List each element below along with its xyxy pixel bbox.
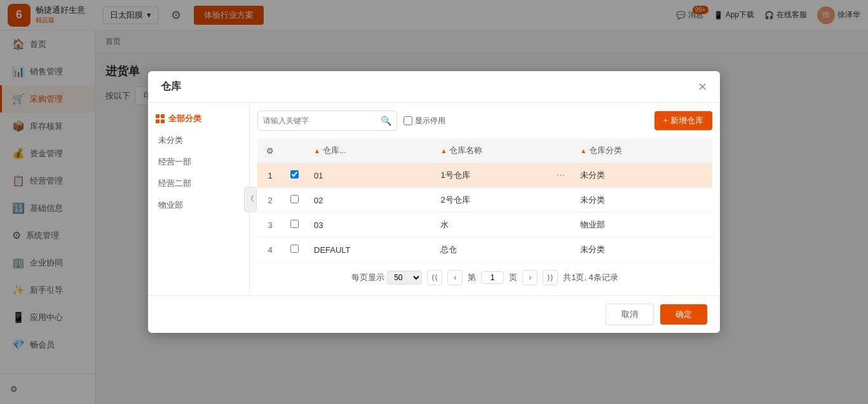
row-category: 未分类	[573, 188, 712, 213]
table-row[interactable]: 2 02 2号仓库 未分类	[257, 188, 712, 213]
search-icon: 🔍	[381, 116, 391, 126]
row-checkbox[interactable]	[283, 188, 306, 213]
sort-icon: ▲	[314, 147, 320, 154]
add-warehouse-button[interactable]: + 新增仓库	[654, 111, 712, 130]
row-name: 1号仓库···	[433, 163, 573, 188]
category-item-property[interactable]: 物业部	[148, 194, 249, 216]
row-name: 2号仓库	[433, 188, 573, 213]
modal-close-button[interactable]: ✕	[698, 81, 707, 93]
show-disabled-label[interactable]: 显示停用	[403, 116, 445, 126]
category-item-unclassified[interactable]: 未分类	[148, 130, 249, 151]
modal-footer: 取消 确定	[148, 295, 720, 333]
confirm-button[interactable]: 确定	[660, 304, 707, 325]
page-first-button[interactable]: ⟨⟨	[427, 270, 442, 285]
modal-header: 仓库 ✕	[148, 71, 720, 103]
modal-overlay: 仓库 ✕ 全部分类 未分类 经	[0, 0, 868, 404]
row-no: DEFAULT	[306, 238, 433, 262]
category-all-header[interactable]: 全部分类	[148, 108, 249, 130]
col-category[interactable]: ▲ 仓库分类	[573, 138, 712, 163]
row-category: 未分类	[573, 238, 712, 262]
row-checkbox[interactable]	[283, 213, 306, 238]
category-item-op1[interactable]: 经营一部	[148, 151, 249, 173]
pagination: 每页显示 102050100 ⟨⟨ ‹ 第 页 › ⟩⟩ 共1页, 4条记录	[257, 262, 712, 288]
col-gear[interactable]: ⚙	[257, 138, 283, 163]
modal-table: ⚙ ▲ 仓库... ▲	[257, 138, 712, 262]
modal-body: 全部分类 未分类 经营一部 经营二部 物业部 《	[148, 103, 720, 295]
row-checkbox[interactable]	[283, 238, 306, 262]
per-page-label: 每页显示	[351, 272, 384, 283]
row-no: 03	[306, 213, 433, 238]
col-name[interactable]: ▲ 仓库名称	[433, 138, 573, 163]
page-last-button[interactable]: ⟩⟩	[543, 270, 558, 285]
modal-sidebar: 全部分类 未分类 经营一部 经营二部 物业部 《	[148, 103, 250, 295]
row-num: 4	[257, 238, 283, 262]
row-name: 水	[433, 213, 573, 238]
show-disabled-checkbox[interactable]	[403, 116, 412, 125]
search-box[interactable]: 🔍	[257, 111, 397, 131]
table-body: 1 01 1号仓库··· 未分类 2 02 2号仓库 未分类 3 03 水 物业…	[257, 163, 712, 262]
page-label: 第	[468, 272, 476, 283]
table-row[interactable]: 1 01 1号仓库··· 未分类	[257, 163, 712, 188]
modal-title: 仓库	[161, 80, 181, 93]
table-row[interactable]: 4 DEFAULT 总仓 未分类	[257, 238, 712, 262]
row-num: 3	[257, 213, 283, 238]
col-checkbox	[283, 138, 306, 163]
modal-toolbar: 🔍 显示停用 + 新增仓库	[257, 111, 712, 131]
row-name: 总仓	[433, 238, 573, 262]
total-label: 共1页, 4条记录	[563, 272, 618, 283]
page-unit: 页	[509, 272, 517, 283]
row-no: 02	[306, 188, 433, 213]
page-prev-button[interactable]: ‹	[447, 270, 463, 285]
ellipsis-button[interactable]: ···	[557, 170, 565, 181]
col-no[interactable]: ▲ 仓库...	[306, 138, 433, 163]
table-header-row: ⚙ ▲ 仓库... ▲	[257, 138, 712, 163]
page-size-selector: 每页显示 102050100	[351, 271, 422, 285]
row-num: 2	[257, 188, 283, 213]
modal-main: 🔍 显示停用 + 新增仓库 ⚙	[250, 103, 720, 295]
warehouse-modal: 仓库 ✕ 全部分类 未分类 经	[148, 71, 720, 333]
category-all-label: 全部分类	[168, 113, 201, 125]
sort-icon-cat: ▲	[580, 147, 587, 154]
row-no: 01	[306, 163, 433, 188]
sort-icon-name: ▲	[440, 147, 447, 154]
search-input[interactable]	[263, 116, 381, 125]
cancel-button[interactable]: 取消	[606, 304, 654, 325]
sidebar-collapse-button[interactable]: 《	[244, 187, 257, 212]
category-item-op2[interactable]: 经营二部	[148, 173, 249, 194]
page-input[interactable]	[481, 271, 504, 284]
table-row[interactable]: 3 03 水 物业部	[257, 213, 712, 238]
row-checkbox[interactable]	[283, 163, 306, 188]
page-next-button[interactable]: ›	[522, 270, 538, 285]
row-category: 物业部	[573, 213, 712, 238]
row-category: 未分类	[573, 163, 712, 188]
warehouse-table: ⚙ ▲ 仓库... ▲	[257, 138, 712, 262]
grid-icon	[156, 114, 165, 123]
row-num: 1	[257, 163, 283, 188]
page-size-select[interactable]: 102050100	[387, 271, 422, 285]
